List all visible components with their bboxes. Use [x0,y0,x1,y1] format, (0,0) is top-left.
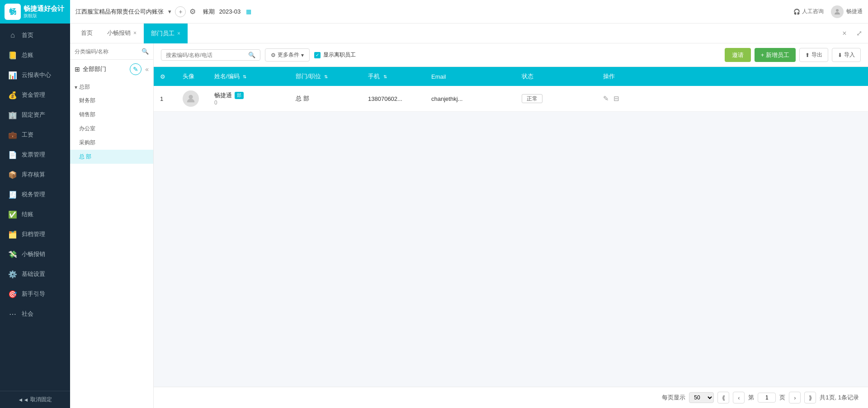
page-number-input[interactable] [758,393,776,403]
row-email-cell: chanjethkj... [425,86,515,112]
col-name-label: 姓名/编码 [214,73,240,80]
tab-department-employees[interactable]: 部门员工 × [144,24,188,43]
row-status-cell: 正常 [515,86,597,112]
show-resigned-area[interactable]: ✓ 显示离职员工 [314,51,356,59]
dept-search-input[interactable] [75,48,139,55]
search-icon[interactable]: 🔍 [248,52,255,58]
maximize-button[interactable]: ⤢ [854,28,864,39]
add-dept-button[interactable]: ✎ [130,63,142,75]
tab-xiaochang-close-icon[interactable]: × [133,30,137,36]
sidebar-item-fixed-assets[interactable]: 🏢 固定资产 [0,105,70,125]
tab-home[interactable]: 首页 [74,24,100,43]
cancel-pin-button[interactable]: ◄◄ 取消固定 [18,396,52,403]
col-name-sort-icon: ⇅ [243,74,246,79]
more-nav-label: 社会 [22,310,33,318]
sidebar-item-tax[interactable]: 🧾 税务管理 [0,185,70,204]
sidebar-item-more[interactable]: ⋯ 社会 [0,304,70,324]
edit-button[interactable]: ✎ [603,95,609,103]
dept-item-caigobu[interactable]: 采购部 [70,136,153,150]
last-page-button[interactable]: ⟫ [804,392,816,403]
col-settings[interactable]: ⚙ [154,67,176,86]
sidebar-item-capital[interactable]: 💰 资金管理 [0,85,70,105]
row-dept-cell: 总 部 [289,86,362,112]
tab-xiaochang-reimbursement[interactable]: 小畅报销 × [100,24,144,43]
app-subtitle: 旗舰版 [24,13,64,19]
tax-nav-label: 税务管理 [22,190,45,199]
sidebar-item-invoice[interactable]: 📄 发票管理 [0,145,70,165]
tax-nav-icon: 🧾 [8,190,17,199]
sidebar-item-reports[interactable]: 📊 云报表中心 [0,65,70,85]
dept-search-area: 🔍 [70,43,153,60]
sidebar-item-home[interactable]: ⌂ 首页 [0,25,70,45]
period-value: 2023-03 [219,8,241,15]
employee-table-wrapper: ⚙ 头像 姓名/编码 ⇅ 部门/职位 ⇅ [154,67,868,387]
user-area[interactable]: 畅捷通 [831,5,863,18]
add-company-button[interactable]: ＋ [175,6,186,17]
sidebar-item-xiaochang[interactable]: 💸 小畅报销 [0,244,70,264]
settlement-nav-label: 结账 [22,210,33,218]
dept-item-bangongshi[interactable]: 办公室 [70,122,153,136]
invoice-nav-label: 发票管理 [22,151,45,159]
pagination-area: 每页显示 50 20 100 ⟪ ‹ 第 页 › ⟫ 共1页, 1条记录 [154,387,868,408]
more-filters-button[interactable]: ⚙ 更多条件 ▾ [265,48,310,62]
add-employee-button[interactable]: + 新增员工 [755,48,796,62]
import-button[interactable]: ⬇ 导入 [832,48,861,62]
next-page-button[interactable]: › [789,392,801,403]
sidebar-item-settlement[interactable]: ✅ 结账 [0,204,70,224]
inventory-nav-label: 库存核算 [22,171,45,179]
export-button[interactable]: ⬆ 导出 [799,48,828,62]
col-phone[interactable]: 手机 ⇅ [362,67,425,86]
filter-icon: ⚙ [271,52,276,58]
avatar [831,5,844,18]
invite-button[interactable]: 邀请 [725,48,751,62]
expand-icon: ▾ [75,84,77,90]
prev-page-button[interactable]: ‹ [733,392,745,403]
reports-nav-label: 云报表中心 [22,71,51,79]
service-button[interactable]: 🎧 人工咨询 [793,8,824,15]
filter-label: 更多条件 [278,51,299,59]
col-phone-sort-icon: ⇅ [383,74,387,79]
capital-nav-label: 资金管理 [22,91,45,99]
dept-item-xiaoshoubu[interactable]: 销售部 [70,108,153,122]
employee-name-area: 畅捷通 部 [214,91,244,100]
dept-item-caiwubu[interactable]: 财务部 [70,94,153,108]
logo-area: 畅 畅捷通好会计 旗舰版 [0,0,70,24]
delete-button[interactable]: ⊟ [613,95,619,103]
dept-item-zongbu-parent[interactable]: ▾ 总部 [70,81,153,94]
calendar-icon[interactable]: ▦ [246,8,251,15]
search-input[interactable] [166,52,245,58]
dept-item-zongbu[interactable]: 总 部 [70,150,153,164]
company-dropdown-icon[interactable]: ▾ [168,8,171,15]
first-page-button[interactable]: ⟪ [717,392,729,403]
tabs-bar: 首页 小畅报销 × 部门员工 × × ⤢ [70,24,868,43]
reports-nav-icon: 📊 [8,71,17,80]
page-size-select[interactable]: 50 20 100 [689,392,714,403]
dept-zongbu-label: 总 部 [79,153,91,160]
col-dept[interactable]: 部门/职位 ⇅ [289,67,362,86]
col-dept-sort-icon: ⇅ [324,74,328,79]
col-dept-label: 部门/职位 [296,73,321,80]
settings-icon[interactable]: ⚙ [189,7,196,16]
tab-dept-close-icon[interactable]: × [177,30,180,37]
collapse-panel-icon[interactable]: « [145,66,149,73]
close-tab-button[interactable]: × [839,28,850,39]
home-nav-label: 首页 [22,31,33,39]
sidebar-item-inventory[interactable]: 📦 库存核算 [0,165,70,185]
cancel-pin-label: 取消固定 [30,396,52,403]
chevron-down-icon: ▾ [301,52,304,58]
sidebar-item-newbie[interactable]: 🎯 新手引导 [0,284,70,304]
sidebar-item-salary[interactable]: 💼 工资 [0,125,70,145]
dept-search-icon[interactable]: 🔍 [142,48,149,55]
fixed-assets-nav-label: 固定资产 [22,111,45,119]
sidebar-item-basic-settings[interactable]: ⚙️ 基础设置 [0,264,70,284]
sidebar-item-ledger[interactable]: 📒 总账 [0,45,70,65]
row-index: 1 [154,86,176,112]
page-size-label: 每页显示 [662,394,685,402]
dept-caigobu-label: 采购部 [79,139,95,146]
show-resigned-checkbox[interactable]: ✓ [314,52,321,58]
all-departments-label[interactable]: ⊞ 全部部门 [75,65,106,73]
logo-text-area: 畅捷通好会计 旗舰版 [24,5,64,19]
table-settings-icon[interactable]: ⚙ [160,73,165,80]
sidebar-item-archive[interactable]: 🗂️ 归档管理 [0,224,70,244]
col-name[interactable]: 姓名/编码 ⇅ [208,67,289,86]
